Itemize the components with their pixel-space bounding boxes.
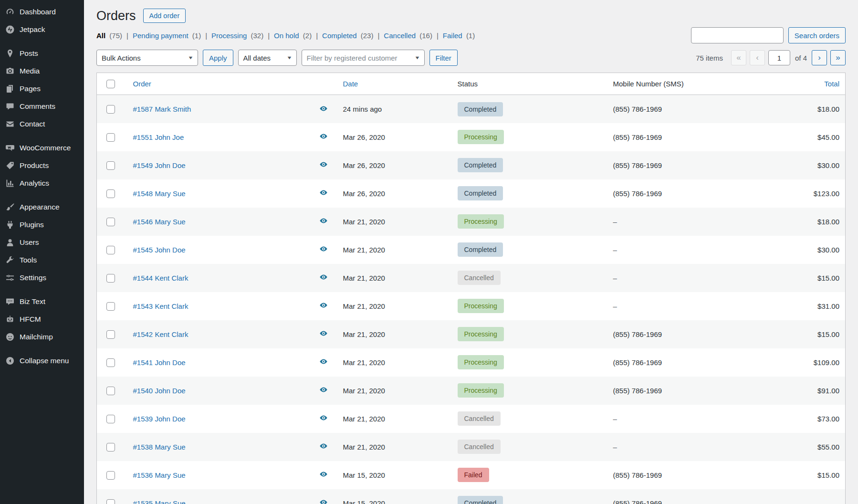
sidebar-item-appearance[interactable]: Appearance <box>0 198 84 216</box>
order-link[interactable]: #1535 Mary Sue <box>133 499 186 504</box>
order-link[interactable]: #1538 Mary Sue <box>133 443 186 451</box>
order-date: Mar 21, 2020 <box>337 264 452 292</box>
sidebar-item-pages[interactable]: Pages <box>0 80 84 97</box>
column-order-sort-link[interactable]: Order <box>133 80 151 88</box>
status-badge: Completed <box>458 158 503 172</box>
preview-eye-icon[interactable] <box>318 386 329 394</box>
row-checkbox[interactable] <box>106 387 115 395</box>
column-total-sort-link[interactable]: Total <box>824 80 839 88</box>
sidebar-item-woocommerce[interactable]: WooCommerce <box>0 139 84 157</box>
preview-eye-icon[interactable] <box>318 470 329 478</box>
order-link[interactable]: #1545 John Doe <box>133 246 186 254</box>
row-checkbox[interactable] <box>106 218 115 226</box>
sidebar-item-plugins[interactable]: Plugins <box>0 216 84 233</box>
preview-eye-icon[interactable] <box>318 245 329 253</box>
order-link[interactable]: #1548 Mary Sue <box>133 189 186 198</box>
sidebar-item-jetpack[interactable]: Jetpack <box>0 21 84 38</box>
status-filter-link-on-hold[interactable]: On hold (2) <box>274 32 312 40</box>
sidebar-item-label: Users <box>20 238 39 247</box>
status-filter-link-all[interactable]: All (75) <box>96 32 122 40</box>
row-checkbox[interactable] <box>106 330 115 339</box>
preview-eye-icon[interactable] <box>318 357 329 366</box>
order-link[interactable]: #1540 John Doe <box>133 387 186 395</box>
sidebar-item-media[interactable]: Media <box>0 62 84 80</box>
sidebar-item-posts[interactable]: Posts <box>0 44 84 62</box>
sidebar-item-analytics[interactable]: Analytics <box>0 174 84 192</box>
bulk-actions-select[interactable]: Bulk Actions ▼ <box>96 50 198 66</box>
row-checkbox[interactable] <box>106 246 115 254</box>
preview-eye-icon[interactable] <box>318 132 329 140</box>
order-link[interactable]: #1536 Mary Sue <box>133 471 186 479</box>
column-preview <box>313 73 337 95</box>
sidebar-item-label: Comments <box>20 102 55 111</box>
items-count: 75 items <box>696 54 723 62</box>
row-checkbox[interactable] <box>106 105 115 114</box>
search-orders-button[interactable]: Search orders <box>788 27 846 43</box>
row-checkbox[interactable] <box>106 443 115 452</box>
date-filter-select[interactable]: All dates ▼ <box>238 50 297 66</box>
order-link[interactable]: #1551 John Joe <box>133 133 184 141</box>
row-checkbox[interactable] <box>106 415 115 423</box>
last-page-button[interactable]: » <box>830 50 846 65</box>
preview-eye-icon[interactable] <box>318 414 329 422</box>
row-checkbox[interactable] <box>106 161 115 170</box>
select-all-checkbox[interactable] <box>106 80 115 88</box>
sidebar-item-comments[interactable]: Comments <box>0 97 84 115</box>
table-row: #1540 John Doe Mar 21, 2020 Processing (… <box>97 377 846 405</box>
status-filter-link-cancelled[interactable]: Cancelled (16) <box>384 32 432 40</box>
filter-button[interactable]: Filter <box>429 50 458 66</box>
sidebar-item-collapse-menu[interactable]: Collapse menu <box>0 352 84 369</box>
row-checkbox[interactable] <box>106 499 115 504</box>
admin-sidebar: DashboardJetpackPostsMediaPagesCommentsC… <box>0 0 84 504</box>
preview-eye-icon[interactable] <box>318 442 329 450</box>
sidebar-item-users[interactable]: Users <box>0 233 84 251</box>
sidebar-item-products[interactable]: Products <box>0 157 84 174</box>
sidebar-item-biz-text[interactable]: Biz Text <box>0 293 84 310</box>
next-page-button[interactable]: › <box>812 50 827 65</box>
preview-eye-icon[interactable] <box>318 105 329 113</box>
order-link[interactable]: #1542 Kent Clark <box>133 330 188 338</box>
sidebar-item-dashboard[interactable]: Dashboard <box>0 3 84 21</box>
sidebar-item-label: Jetpack <box>20 25 45 34</box>
status-filter-link-processing[interactable]: Processing (32) <box>211 32 263 40</box>
sidebar-item-settings[interactable]: Settings <box>0 269 84 286</box>
current-page-input[interactable] <box>768 50 790 65</box>
status-filter-count: (32) <box>251 32 263 40</box>
sidebar-menu: DashboardJetpackPostsMediaPagesCommentsC… <box>0 3 84 369</box>
order-link[interactable]: #1541 John Doe <box>133 358 186 367</box>
order-link[interactable]: #1539 John Doe <box>133 415 186 423</box>
order-link[interactable]: #1546 Mary Sue <box>133 218 186 226</box>
status-filter-link-failed[interactable]: Failed (1) <box>443 32 475 40</box>
sidebar-item-hfcm[interactable]: HFCM <box>0 310 84 328</box>
preview-eye-icon[interactable] <box>318 273 329 281</box>
row-checkbox[interactable] <box>106 302 115 311</box>
order-link[interactable]: #1549 John Doe <box>133 161 186 169</box>
row-checkbox[interactable] <box>106 358 115 367</box>
sidebar-item-contact[interactable]: Contact <box>0 115 84 133</box>
preview-eye-icon[interactable] <box>318 301 329 309</box>
preview-eye-icon[interactable] <box>318 160 329 168</box>
preview-eye-icon[interactable] <box>318 329 329 337</box>
order-link[interactable]: #1543 Kent Clark <box>133 302 188 310</box>
preview-eye-icon[interactable] <box>318 498 329 504</box>
add-order-button[interactable]: Add order <box>143 9 186 23</box>
preview-eye-icon[interactable] <box>318 189 329 197</box>
sidebar-item-mailchimp[interactable]: Mailchimp <box>0 328 84 346</box>
row-checkbox[interactable] <box>106 471 115 480</box>
status-filter-link-pending-payment[interactable]: Pending payment (1) <box>133 32 201 40</box>
apply-button[interactable]: Apply <box>203 50 233 66</box>
preview-eye-icon[interactable] <box>318 217 329 225</box>
row-checkbox[interactable] <box>106 133 115 142</box>
order-link[interactable]: #1544 Kent Clark <box>133 274 188 282</box>
status-filter-link-completed[interactable]: Completed (23) <box>322 32 373 40</box>
sidebar-item-label: Appearance <box>20 203 60 211</box>
sidebar-item-tools[interactable]: Tools <box>0 251 84 269</box>
customer-filter-select[interactable]: Filter by registered customer ▼ <box>302 50 425 66</box>
status-filter-count: (1) <box>192 32 201 40</box>
row-checkbox[interactable] <box>106 189 115 198</box>
column-date-sort-link[interactable]: Date <box>343 80 358 88</box>
order-link[interactable]: #1587 Mark Smith <box>133 105 191 113</box>
row-checkbox[interactable] <box>106 274 115 283</box>
table-row: #1544 Kent Clark Mar 21, 2020 Cancelled … <box>97 264 846 292</box>
search-input[interactable] <box>691 27 784 43</box>
